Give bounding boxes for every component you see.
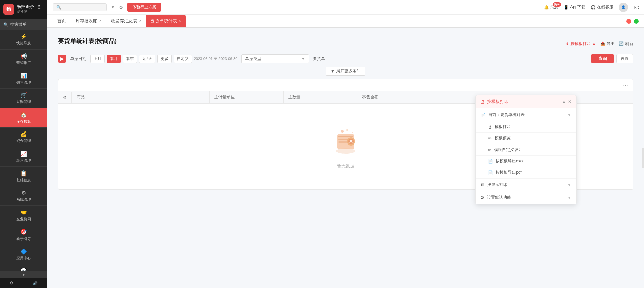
- expand-row: ▼ 展开更多条件: [58, 67, 633, 79]
- date-btn-custom[interactable]: 自定义: [174, 55, 192, 63]
- nav-icon-caigou: 🛒: [20, 92, 27, 98]
- col-qty: 主数量: [284, 91, 357, 103]
- dropdown-template-excel[interactable]: 📄 按模板导出excel: [476, 156, 576, 167]
- sidebar-item-qiyeweixin[interactable]: 💬 企业微信: [0, 264, 47, 271]
- dropdown-current-template[interactable]: 📄 当前：要货单统计表 ▼: [476, 108, 576, 121]
- template-pdf-label: 按模板导出pdf: [496, 170, 522, 175]
- nav-icon-yingxiao: 📢: [20, 53, 27, 59]
- nav-icon-kuaijie: ⚡: [20, 33, 27, 40]
- topbar-dropdown-arrow[interactable]: ▼: [111, 5, 115, 10]
- dropdown-close-icon[interactable]: ✕: [568, 99, 572, 104]
- tab-shoufa-close[interactable]: ×: [139, 19, 141, 23]
- date-btn-last-month[interactable]: 上月: [90, 55, 105, 63]
- dropdown-display-print[interactable]: 🖥 按显示打印 ▼: [476, 179, 576, 191]
- sidebar-item-jichu[interactable]: 📋 基础信息: [0, 167, 47, 186]
- tab-yaohuo-close[interactable]: ×: [179, 19, 181, 23]
- dropdown-chevron-up[interactable]: ▲: [562, 99, 566, 104]
- online-service-btn[interactable]: 🎧 在线客服: [591, 4, 613, 10]
- dropdown-template-print[interactable]: 🖨 模板打印: [476, 121, 576, 133]
- sidebar-item-label: 新手引导: [16, 236, 31, 241]
- tab-kucun-pici-label: 库存批次账: [76, 18, 97, 24]
- date-btn-this-year[interactable]: 本年: [123, 55, 137, 63]
- nav-icon-xitong: ⚙: [21, 190, 26, 196]
- tab-yaohuo[interactable]: 要货单统计表 ×: [146, 15, 186, 27]
- svg-point-11: [352, 132, 353, 133]
- tab-shoufa-label: 收发存汇总表: [111, 18, 137, 24]
- topbar-right: 🔔 消息 99+ 📱 App下载 🎧 在线客服 👤 Rit: [544, 3, 639, 12]
- sidebar-nav: ⚡ 快捷导航 📢 营销推广 📊 销售管理 🛒 采购管理 🏠 库存核算 💰 资金管…: [0, 30, 47, 271]
- sidebar-scroll-down[interactable]: ▼: [0, 271, 47, 278]
- nav-icon-xinshou: 🎯: [20, 229, 27, 235]
- sidebar-item-zijin[interactable]: 💰 资金管理: [0, 128, 47, 147]
- mobile-icon: 📱: [564, 5, 569, 10]
- sidebar-item-xiaoshou[interactable]: 📊 销售管理: [0, 69, 47, 89]
- dropdown-default-func[interactable]: ⚙ 设置默认功能 ▼: [476, 191, 576, 204]
- col-gear[interactable]: ⚙: [58, 92, 72, 103]
- filter-date-group: 上月 本月 本年 近7天 更多 自定义 2023-06-01 至 2023-06…: [90, 55, 237, 63]
- default-func-label: 设置默认功能: [487, 195, 511, 200]
- sidebar-item-label: 采购管理: [16, 99, 31, 104]
- trial-button[interactable]: 体验行业方案: [127, 3, 161, 12]
- dropdown-template-pdf[interactable]: 📄 按模板导出pdf: [476, 167, 576, 179]
- notification-btn[interactable]: 🔔 消息 99+: [544, 4, 558, 10]
- window-controls: [626, 19, 639, 24]
- sound-bottom-btn[interactable]: 🔊: [33, 281, 38, 285]
- username-label[interactable]: Rit: [634, 5, 639, 10]
- sidebar-item-jingying[interactable]: 📈 经营管理: [0, 147, 47, 167]
- sidebar-search[interactable]: 🔍 搜索菜单: [0, 19, 47, 30]
- dropdown-title: 按模板打印: [487, 99, 509, 105]
- date-btn-more[interactable]: 更多: [157, 55, 172, 63]
- sidebar-item-yingxiao[interactable]: 📢 营销推广: [0, 50, 47, 69]
- window-close-btn[interactable]: [626, 19, 631, 24]
- sidebar-item-qiye[interactable]: 🤝 企业协同: [0, 206, 47, 225]
- avatar[interactable]: 👤: [619, 3, 628, 12]
- page-title: 要货单统计表(按商品): [58, 37, 117, 45]
- template-pdf-icon: 📄: [488, 170, 493, 175]
- print-chevron-up: ▲: [592, 41, 596, 46]
- expand-icon: ▼: [331, 69, 335, 74]
- topbar-search[interactable]: 🔍: [53, 3, 107, 11]
- col-product: 商品: [72, 91, 210, 103]
- export-btn[interactable]: 📤 导出: [600, 41, 615, 47]
- sidebar-item-label: 应用中心: [16, 256, 31, 261]
- app-download-btn[interactable]: 📱 App下载: [564, 4, 585, 10]
- svg-point-10: [346, 129, 348, 131]
- svg-point-9: [341, 130, 344, 133]
- date-btn-this-month[interactable]: 本月: [107, 55, 121, 63]
- sidebar-item-caigou[interactable]: 🛒 采购管理: [0, 89, 47, 108]
- expand-more-btn[interactable]: ▼ 展开更多条件: [326, 67, 365, 76]
- settings-bottom-btn[interactable]: ⚙: [10, 281, 13, 285]
- filter-toggle-btn[interactable]: ▶: [58, 55, 66, 63]
- tab-home-label: 首页: [57, 18, 66, 24]
- print-template-btn[interactable]: 🖨 按模板打印 ▲: [565, 41, 596, 47]
- sidebar-item-kuaijie[interactable]: ⚡ 快捷导航: [0, 30, 47, 50]
- sidebar-item-label: 基础信息: [16, 178, 31, 183]
- tab-shoufa[interactable]: 收发存汇总表 ×: [106, 15, 146, 27]
- tab-yaohuo-label: 要货单统计表: [151, 18, 177, 24]
- doc-type-select[interactable]: 单据类型 ▼: [241, 54, 309, 63]
- dropdown-template-preview[interactable]: 👁 模板预览: [476, 133, 576, 144]
- date-btn-7days[interactable]: 近7天: [139, 55, 155, 63]
- refresh-btn[interactable]: 🔄 刷新: [619, 41, 633, 47]
- dropdown-template-custom[interactable]: ✏ 模板自定义设计: [476, 144, 576, 156]
- query-button[interactable]: 查询: [591, 54, 614, 63]
- tabbar: 首页 库存批次账 × 收发存汇总表 × 要货单统计表 ×: [47, 15, 644, 28]
- scroll-indicator[interactable]: [642, 148, 644, 168]
- window-maximize-btn[interactable]: [634, 19, 639, 24]
- topbar-search-icon: 🔍: [56, 5, 61, 10]
- sidebar-item-yingyong[interactable]: 🔷 应用中心: [0, 245, 47, 264]
- settings-button[interactable]: 设置: [616, 54, 633, 63]
- tab-kucun-pici-close[interactable]: ×: [99, 19, 101, 23]
- dropdown-controls: ▲ ✕: [562, 99, 572, 104]
- sidebar-item-kucun[interactable]: 🏠 库存核算: [0, 108, 47, 128]
- topbar-gear-icon[interactable]: ⚙: [119, 5, 123, 10]
- nav-icon-jichu: 📋: [20, 170, 27, 177]
- template-print-label: 模板打印: [495, 124, 511, 130]
- sidebar-item-xitong[interactable]: ⚙ 系统管理: [0, 186, 47, 206]
- topbar: 🔍 ▼ ⚙ 体验行业方案 🔔 消息 99+ 📱 App下载 🎧 在线客服 👤: [47, 0, 644, 15]
- tab-home[interactable]: 首页: [53, 15, 71, 27]
- more-options-btn[interactable]: ···: [623, 82, 628, 89]
- page-title-row: 要货单统计表(按商品) 🖨 按模板打印 ▲ 📤 导出 🔄 刷新: [53, 33, 639, 51]
- sidebar-item-xinshou[interactable]: 🎯 新手引导: [0, 225, 47, 245]
- tab-kucun-pici[interactable]: 库存批次账 ×: [71, 15, 106, 27]
